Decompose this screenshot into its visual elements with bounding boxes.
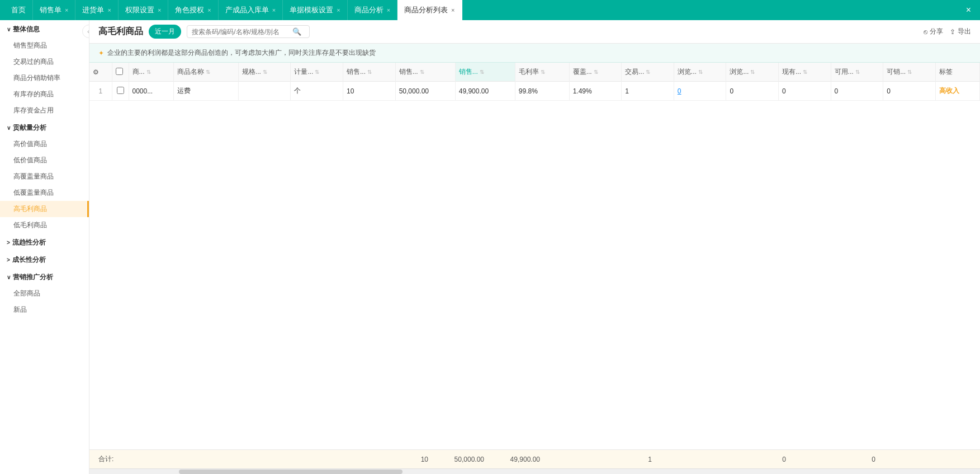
row-views1[interactable]: 0 bbox=[674, 82, 726, 101]
sidebar-section-marketing[interactable]: ∨ 营销推广分析 bbox=[0, 268, 89, 285]
col-code[interactable]: 商... ⇅ bbox=[129, 63, 173, 82]
sidebar-item-sales-goods[interactable]: 销售型商品 bbox=[0, 37, 89, 54]
top-navigation: 首页 销售单 × 进货单 × 权限设置 × 角色授权 × 产成品入库单 × 单据… bbox=[0, 0, 980, 20]
table-row: 1 0000... 运费 个 10 50,000.00 49,900.00 99… bbox=[89, 82, 980, 101]
close-icon[interactable]: × bbox=[451, 7, 455, 13]
scrollbar-thumb[interactable] bbox=[179, 470, 403, 474]
row-index: 1 bbox=[89, 82, 112, 101]
sidebar-item-all-goods[interactable]: 全部商品 bbox=[0, 285, 89, 302]
content-area: 高毛利商品 近一月 🔍 ⎋ 分享 ⇪ 导出 ✦ 企业的主要的利润都是这部分商品创… bbox=[89, 20, 980, 474]
search-icon[interactable]: 🔍 bbox=[292, 27, 301, 36]
sidebar-item-traded-goods[interactable]: 交易过的商品 bbox=[0, 54, 89, 70]
nav-permission-settings[interactable]: 权限设置 × bbox=[119, 0, 168, 20]
nav-template-settings[interactable]: 单据模板设置 × bbox=[283, 0, 347, 20]
sidebar-item-inventory-capital[interactable]: 库存资金占用 bbox=[0, 102, 89, 119]
filter-recent-month-button[interactable]: 近一月 bbox=[149, 25, 181, 39]
chevron-down-icon: ∨ bbox=[7, 125, 11, 131]
nav-product-instock[interactable]: 产成品入库单 × bbox=[219, 0, 283, 20]
row-sales-qty: 10 bbox=[343, 82, 396, 101]
close-icon[interactable]: × bbox=[387, 7, 390, 13]
chevron-down-icon: ∨ bbox=[7, 274, 11, 280]
sidebar-section-growth[interactable]: > 成长性分析 bbox=[0, 251, 89, 268]
sidebar-section-contribution[interactable]: ∨ 贡献量分析 bbox=[0, 119, 89, 136]
sort-icon: ⇅ bbox=[263, 69, 267, 75]
sort-icon: ⇅ bbox=[594, 69, 598, 75]
sort-icon: ⇅ bbox=[541, 69, 545, 75]
row-transactions: 1 bbox=[622, 82, 674, 101]
col-current-stock[interactable]: 现有... ⇅ bbox=[779, 63, 831, 82]
col-transactions[interactable]: 交易... ⇅ bbox=[622, 63, 674, 82]
col-coverage[interactable]: 覆盖... ⇅ bbox=[569, 63, 622, 82]
main-layout: « ∨ 整体信息 销售型商品 交易过的商品 商品分销助销率 有库存的商品 库存资… bbox=[0, 20, 980, 474]
sidebar-item-new-goods[interactable]: 新品 bbox=[0, 302, 89, 318]
row-name: 运费 bbox=[173, 82, 238, 101]
col-spec[interactable]: 规格... ⇅ bbox=[238, 63, 291, 82]
row-current-stock: 0 bbox=[779, 82, 831, 101]
sort-icon: ⇅ bbox=[420, 69, 424, 75]
col-unit[interactable]: 计量... ⇅ bbox=[291, 63, 343, 82]
nav-purchase-order[interactable]: 进货单 × bbox=[75, 0, 118, 20]
col-gross-rate[interactable]: 毛利率 ⇅ bbox=[515, 63, 569, 82]
row-tag: 高收入 bbox=[935, 82, 979, 101]
close-icon[interactable]: × bbox=[272, 7, 276, 13]
sidebar-item-high-coverage[interactable]: 高覆盖量商品 bbox=[0, 168, 89, 185]
export-icon: ⇪ bbox=[950, 28, 955, 36]
data-table: ⚙ 商... ⇅ 商品名称 bbox=[89, 63, 980, 101]
row-select-checkbox[interactable] bbox=[117, 87, 124, 94]
sidebar-item-stocked-goods[interactable]: 有库存的商品 bbox=[0, 86, 89, 102]
col-tag[interactable]: 标签 bbox=[935, 63, 979, 82]
col-name[interactable]: 商品名称 ⇅ bbox=[173, 63, 238, 82]
row-sellable: 0 bbox=[883, 82, 936, 101]
header-actions: ⎋ 分享 ⇪ 导出 bbox=[924, 27, 971, 36]
table-container: ⚙ 商... ⇅ 商品名称 bbox=[89, 63, 980, 449]
col-available[interactable]: 可用... ⇅ bbox=[831, 63, 883, 82]
close-icon[interactable]: × bbox=[337, 7, 340, 13]
nav-product-analysis-list[interactable]: 商品分析列表 × bbox=[397, 0, 462, 20]
select-all-checkbox[interactable] bbox=[116, 68, 123, 75]
col-sales-cost[interactable]: 销售... ⇅ bbox=[455, 63, 515, 82]
close-icon[interactable]: × bbox=[107, 7, 111, 13]
search-input[interactable] bbox=[192, 28, 292, 36]
chevron-right-icon: > bbox=[7, 257, 10, 263]
footer-totals: 合计: 10 50,000.00 49,900.00 1 0 0 bbox=[89, 449, 980, 468]
sidebar: « ∨ 整体信息 销售型商品 交易过的商品 商品分销助销率 有库存的商品 库存资… bbox=[0, 20, 89, 474]
share-button[interactable]: ⎋ 分享 bbox=[924, 27, 943, 36]
col-views1[interactable]: 浏览... ⇅ bbox=[674, 63, 726, 82]
col-sales-qty[interactable]: 销售... ⇅ bbox=[343, 63, 396, 82]
sidebar-item-low-value[interactable]: 低价值商品 bbox=[0, 152, 89, 168]
nav-home[interactable]: 首页 bbox=[4, 0, 33, 20]
nav-sales-order[interactable]: 销售单 × bbox=[33, 0, 75, 20]
col-views2[interactable]: 浏览... ⇅ bbox=[726, 63, 779, 82]
col-checkbox bbox=[112, 63, 129, 82]
close-all-tabs-button[interactable]: × bbox=[962, 5, 976, 15]
sort-icon: ⇅ bbox=[855, 69, 860, 75]
sort-icon: ⇅ bbox=[146, 69, 151, 75]
sort-icon: ⇅ bbox=[480, 69, 484, 75]
close-icon[interactable]: × bbox=[65, 7, 68, 13]
nav-product-analysis[interactable]: 商品分析 × bbox=[348, 0, 397, 20]
export-button[interactable]: ⇪ 导出 bbox=[950, 27, 971, 36]
sort-icon: ⇅ bbox=[367, 69, 372, 75]
horizontal-scrollbar[interactable] bbox=[89, 468, 980, 474]
sort-icon: ⇅ bbox=[907, 69, 912, 75]
sidebar-item-high-margin[interactable]: 高毛利商品 bbox=[0, 201, 89, 217]
sidebar-item-low-coverage[interactable]: 低覆盖量商品 bbox=[0, 185, 89, 201]
col-sales-amount[interactable]: 销售... ⇅ bbox=[395, 63, 455, 82]
row-available: 0 bbox=[831, 82, 883, 101]
sort-icon: ⇅ bbox=[315, 69, 319, 75]
close-icon[interactable]: × bbox=[158, 7, 161, 13]
sidebar-item-high-value[interactable]: 高价值商品 bbox=[0, 136, 89, 152]
footer-transactions: 1 bbox=[618, 456, 663, 463]
chevron-right-icon: > bbox=[7, 240, 10, 246]
sidebar-section-trend[interactable]: > 流趋性分析 bbox=[0, 233, 89, 251]
nav-role-auth[interactable]: 角色授权 × bbox=[168, 0, 218, 20]
col-settings[interactable]: ⚙ bbox=[89, 63, 112, 82]
info-icon: ✦ bbox=[98, 49, 104, 57]
sidebar-item-distribution-rate[interactable]: 商品分销助销率 bbox=[0, 70, 89, 86]
sidebar-item-low-margin[interactable]: 低毛利商品 bbox=[0, 217, 89, 233]
col-sellable[interactable]: 可销... ⇅ bbox=[883, 63, 936, 82]
sidebar-section-overall[interactable]: ∨ 整体信息 bbox=[0, 20, 89, 37]
search-box: 🔍 bbox=[187, 25, 310, 38]
share-icon: ⎋ bbox=[924, 28, 927, 36]
close-icon[interactable]: × bbox=[207, 7, 211, 13]
